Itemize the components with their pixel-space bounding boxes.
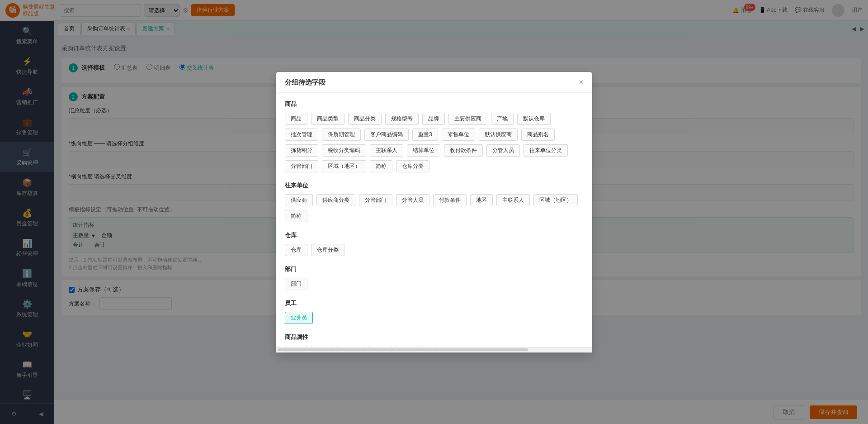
tag-goods-type[interactable]: 商品类型 — [311, 113, 344, 125]
tag-customer-code[interactable]: 客户商品编码 — [364, 129, 409, 141]
section-warehouse-tags: 仓库 仓库分类 — [285, 244, 583, 256]
section-goods-tags: 商品 商品类型 商品分类 规格型号 品牌 主要供应商 产地 默认仓库 批次管理 … — [285, 113, 583, 172]
section-employee: 员工 业务员 — [285, 299, 583, 324]
tag-main-contact2[interactable]: 主联系人 — [496, 194, 530, 206]
section-goods-attr-title: 商品属性 — [285, 333, 583, 341]
modal-dialog: 分组待选字段 × 商品 商品 商品类型 商品分类 规格型号 品牌 主要供应商 产… — [276, 72, 592, 353]
tag-warehouse-cat[interactable]: 仓库分类 — [311, 244, 344, 256]
tag-short-name2[interactable]: 简称 — [285, 210, 307, 222]
tag-salesperson[interactable]: 业务员 — [285, 312, 313, 324]
tag-origin[interactable]: 产地 — [491, 113, 514, 125]
tag-region[interactable]: 区域（地区） — [322, 160, 366, 172]
tag-pick-points[interactable]: 拣货积分 — [285, 144, 318, 157]
tag-main-supplier[interactable]: 主要供应商 — [448, 113, 487, 125]
section-counterpart-title: 往来单位 — [285, 181, 583, 190]
modal-close-button[interactable]: × — [579, 78, 583, 86]
tag-goods-category[interactable]: 商品分类 — [348, 113, 382, 125]
modal-header: 分组待选字段 × — [276, 72, 592, 93]
tag-weight3[interactable]: 重量3 — [412, 129, 438, 141]
tag-brand[interactable]: 品牌 — [422, 113, 445, 125]
tag-spec-model[interactable]: 规格型号 — [385, 113, 419, 125]
tag-quality-mgmt[interactable]: 保质期管理 — [322, 129, 361, 141]
tag-dept[interactable]: 分管部门 — [285, 160, 318, 172]
tag-warehouse[interactable]: 仓库 — [285, 244, 307, 256]
section-counterpart-tags: 供应商 供应商分类 分管部门 分管人员 付款条件 地区 主联系人 区域（地区） … — [285, 194, 583, 222]
section-counterpart: 往来单位 供应商 供应商分类 分管部门 分管人员 付款条件 地区 主联系人 区域… — [285, 181, 583, 222]
tag-region2[interactable]: 区域（地区） — [533, 194, 578, 206]
tag-counterpart-category[interactable]: 往来单位分类 — [524, 144, 568, 157]
tag-supervisor2[interactable]: 分管人员 — [396, 194, 429, 206]
tag-default-supplier[interactable]: 默认供应商 — [479, 129, 518, 141]
tag-retail-unit[interactable]: 零售单位 — [442, 129, 475, 141]
tag-payment-terms[interactable]: 收付款条件 — [444, 144, 483, 157]
tag-supplier-category[interactable]: 供应商分类 — [316, 194, 355, 206]
tag-main-contact[interactable]: 主联系人 — [370, 144, 403, 157]
section-dept: 部门 部门 — [285, 265, 583, 290]
tag-warehouse-category[interactable]: 仓库分类 — [396, 160, 429, 172]
section-employee-title: 员工 — [285, 299, 583, 307]
tag-batch-mgmt[interactable]: 批次管理 — [285, 129, 318, 141]
modal-hscroll[interactable] — [276, 347, 592, 353]
tag-dept-item[interactable]: 部门 — [285, 278, 307, 290]
tag-payment-cond[interactable]: 付款条件 — [433, 194, 467, 206]
tag-short-name[interactable]: 简称 — [370, 160, 392, 172]
section-warehouse: 仓库 仓库 仓库分类 — [285, 231, 583, 256]
tag-settlement-unit[interactable]: 结算单位 — [407, 144, 440, 157]
modal-title: 分组待选字段 — [285, 78, 326, 87]
tag-supplier[interactable]: 供应商 — [285, 194, 313, 206]
tag-tax-code[interactable]: 税收分类编码 — [322, 144, 366, 157]
section-dept-title: 部门 — [285, 265, 583, 273]
tag-area[interactable]: 地区 — [470, 194, 493, 206]
tag-default-warehouse[interactable]: 默认仓库 — [517, 113, 551, 125]
section-goods-attr: 商品属性 属性 颜色 多规格 尺码 鞋码 1 — [285, 333, 583, 347]
modal-overlay[interactable]: 分组待选字段 × 商品 商品 商品类型 商品分类 规格型号 品牌 主要供应商 产… — [0, 0, 868, 424]
section-employee-tags: 业务员 — [285, 312, 583, 324]
modal-body: 商品 商品 商品类型 商品分类 规格型号 品牌 主要供应商 产地 默认仓库 批次… — [276, 93, 592, 347]
tag-supervisor[interactable]: 分管人员 — [486, 144, 520, 157]
tag-goods[interactable]: 商品 — [285, 113, 307, 125]
tag-dept2[interactable]: 分管部门 — [359, 194, 392, 206]
tag-goods-alias[interactable]: 商品别名 — [521, 129, 555, 141]
section-dept-tags: 部门 — [285, 278, 583, 290]
section-goods: 商品 商品 商品类型 商品分类 规格型号 品牌 主要供应商 产地 默认仓库 批次… — [285, 100, 583, 172]
section-goods-title: 商品 — [285, 100, 583, 108]
section-warehouse-title: 仓库 — [285, 231, 583, 239]
hscroll-bar — [278, 348, 528, 351]
